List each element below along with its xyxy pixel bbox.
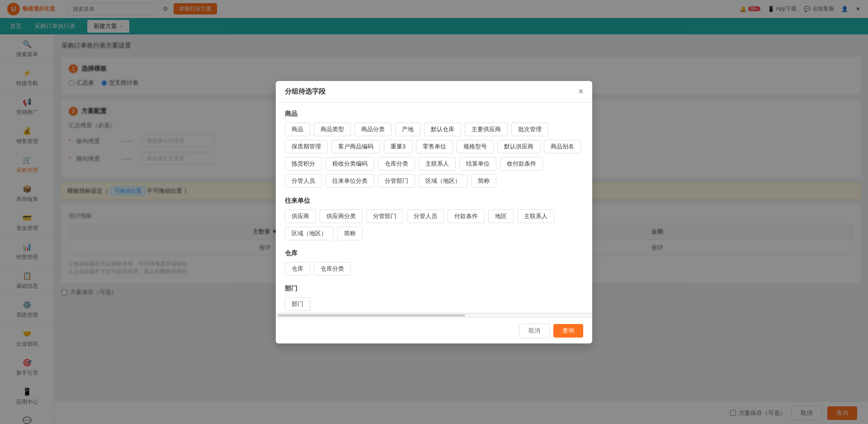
field-group-dept: 部门 部门 [285,285,583,311]
field-tag-product-17[interactable]: 主联系人 [419,157,456,171]
field-tag-partner-0[interactable]: 供应商 [285,210,316,223]
product-fields: 商品 商品类型 商品分类 产地 默认仓库 主要供应商 批次管理 保质期管理 客户… [285,123,583,188]
field-tag-partner-7[interactable]: 区域（地区） [285,227,334,240]
field-group-partner: 往来单位 供应商 供应商分类 分管部门 分管人员 付款条件 地区 主联系人 区域… [285,197,583,240]
field-group-warehouse: 仓库 仓库 仓库分类 [285,249,583,276]
field-tag-partner-2[interactable]: 分管部门 [366,210,403,223]
hscroll-thumb[interactable] [278,314,465,316]
modal-header: 分组待选字段 × [276,81,592,103]
field-tag-product-7[interactable]: 保质期管理 [285,140,328,153]
field-tag-warehouse-1[interactable]: 仓库分类 [314,262,351,276]
field-tag-product-9[interactable]: 重量3 [384,140,412,153]
field-tag-product-3[interactable]: 产地 [395,123,420,136]
field-tag-product-5[interactable]: 主要供应商 [465,123,508,136]
modal-close-btn[interactable]: × [578,87,583,95]
field-tag-product-8[interactable]: 客户商品编码 [331,140,380,153]
warehouse-fields: 仓库 仓库分类 [285,262,583,276]
field-group-product: 商品 商品 商品类型 商品分类 产地 默认仓库 主要供应商 批次管理 保质期管理… [285,110,583,188]
field-tag-product-10[interactable]: 零售单位 [416,140,453,153]
field-tag-partner-4[interactable]: 付款条件 [448,210,485,223]
field-tag-product-23[interactable]: 区域（地区） [419,174,467,188]
field-tag-partner-6[interactable]: 主联系人 [517,210,554,223]
field-tag-product-11[interactable]: 规格型号 [457,140,494,153]
field-select-modal: 分组待选字段 × 商品 商品 商品类型 商品分类 产地 默认仓库 主要供应商 批… [276,81,592,343]
field-tag-warehouse-0[interactable]: 仓库 [285,262,310,276]
field-tag-product-21[interactable]: 往来单位分类 [326,174,374,188]
field-tag-product-0[interactable]: 商品 [285,123,310,136]
field-tag-product-6[interactable]: 批次管理 [511,123,548,136]
field-tag-product-13[interactable]: 商品别名 [544,140,581,153]
modal-title: 分组待选字段 [285,87,326,96]
field-tag-partner-1[interactable]: 供应商分类 [320,210,363,223]
field-tag-product-15[interactable]: 税收分类编码 [326,157,374,171]
hscroll-track[interactable] [278,314,590,317]
field-tag-product-18[interactable]: 结算单位 [459,157,496,171]
group-title-dept: 部门 [285,285,583,293]
field-tag-product-14[interactable]: 拣货积分 [285,157,322,171]
field-tag-product-4[interactable]: 默认仓库 [424,123,461,136]
field-tag-product-20[interactable]: 分管人员 [285,174,322,188]
modal-body[interactable]: 商品 商品 商品类型 商品分类 产地 默认仓库 主要供应商 批次管理 保质期管理… [276,103,592,313]
field-tag-dept-0[interactable]: 部门 [285,297,310,311]
modal-footer: 取消 查询 [276,318,592,343]
modal-confirm-btn[interactable]: 查询 [553,324,583,338]
field-tag-product-24[interactable]: 简称 [471,174,496,188]
group-title-partner: 往来单位 [285,197,583,205]
field-tag-product-1[interactable]: 商品类型 [314,123,351,136]
dept-fields: 部门 [285,297,583,311]
field-tag-partner-3[interactable]: 分管人员 [407,210,444,223]
field-tag-product-2[interactable]: 商品分类 [354,123,392,136]
field-tag-product-19[interactable]: 收付款条件 [500,157,543,171]
group-title-warehouse: 仓库 [285,249,583,257]
field-tag-product-16[interactable]: 仓库分类 [378,157,415,171]
group-title-product: 商品 [285,110,583,118]
partner-fields: 供应商 供应商分类 分管部门 分管人员 付款条件 地区 主联系人 区域（地区） … [285,210,583,240]
field-tag-product-22[interactable]: 分管部门 [378,174,415,188]
modal-overlay: 分组待选字段 × 商品 商品 商品类型 商品分类 产地 默认仓库 主要供应商 批… [0,0,868,424]
modal-cancel-btn[interactable]: 取消 [519,324,550,338]
field-tag-partner-5[interactable]: 地区 [488,210,514,223]
field-tag-product-12[interactable]: 默认供应商 [497,140,540,153]
field-tag-partner-8[interactable]: 简称 [337,227,363,240]
modal-hscroll[interactable] [276,313,592,317]
